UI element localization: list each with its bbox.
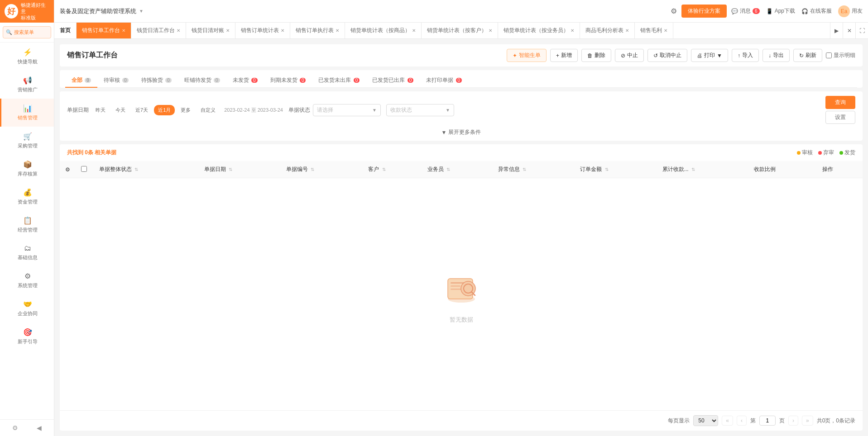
col-status-sort-icon[interactable]: ⇅ <box>134 167 138 172</box>
sidebar-item-sales[interactable]: 📊 销售管理 <box>0 99 54 127</box>
col-staff: 业务员 ⇅ <box>422 161 493 178</box>
review-action-button[interactable]: 审核 <box>797 149 813 156</box>
sidebar-item-finance[interactable]: 💰 资金管理 <box>0 183 54 211</box>
sub-tab-expired-not-shipped[interactable]: 到期未发货 0 <box>264 74 312 88</box>
col-exception-sort-icon[interactable]: ⇅ <box>523 167 526 172</box>
status-select[interactable]: 请选择 ▼ <box>313 104 381 116</box>
col-status: 单据整体状态 ⇅ <box>94 161 199 178</box>
tab-cash-reconcile[interactable]: 钱货日清对账 ✕ <box>186 23 235 39</box>
tab-close-product-margin[interactable]: ✕ <box>625 28 629 33</box>
sidebar-item-guide[interactable]: 🎯 新手引导 <box>0 322 54 351</box>
system-title: 装备及固定资产辅助管理系统 ▼ <box>60 7 666 15</box>
date-btn-1month[interactable]: 近1月 <box>154 105 175 115</box>
sub-tab-shipped-out[interactable]: 已发货已出库 0 <box>366 74 420 88</box>
last-page-button[interactable]: » <box>802 416 813 426</box>
first-page-button[interactable]: « <box>722 416 733 426</box>
tab-close-sales-profit[interactable]: ✕ <box>664 28 667 33</box>
export-button[interactable]: ↓ 导出 <box>762 49 790 62</box>
add-button[interactable]: + 新增 <box>550 49 578 62</box>
col-date-sort-icon[interactable]: ⇅ <box>229 167 232 172</box>
prev-page-button[interactable]: ‹ <box>737 416 747 426</box>
sub-tab-not-printed[interactable]: 未打印单据 0 <box>420 74 468 88</box>
tab-close-sales-stat[interactable]: ✕ <box>281 28 284 33</box>
tab-close-sales-workbench[interactable]: ✕ <box>122 28 125 33</box>
tab-scroll-right-button[interactable]: ▶ <box>830 23 843 39</box>
col-number: 单据编号 ⇅ <box>281 161 363 178</box>
show-detail-checkbox[interactable] <box>826 52 832 58</box>
ai-generate-button[interactable]: ✦ 智能生单 <box>507 49 547 62</box>
industry-solution-button[interactable]: 体验行业方案 <box>681 5 727 18</box>
tab-sales-stat-product[interactable]: 销货单统计表（按商品） ✕ <box>345 23 422 39</box>
import-button[interactable]: ↑ 导入 <box>732 49 759 62</box>
sidebar-settings-button[interactable]: ⚙ <box>12 424 18 431</box>
tab-close-sales-stat-product[interactable]: ✕ <box>412 28 416 33</box>
date-btn-7days[interactable]: 近7天 <box>131 105 152 115</box>
tab-sales-stat-customer[interactable]: 销货单统计表（按客户） ✕ <box>422 23 498 39</box>
date-btn-custom[interactable]: 自定义 <box>197 105 220 115</box>
tab-close-cash-daily[interactable]: ✕ <box>177 28 180 33</box>
sidebar-collapse-button[interactable]: ◀ <box>37 424 42 431</box>
tab-home[interactable]: 首页 <box>54 23 77 39</box>
query-button[interactable]: 查询 <box>825 96 855 109</box>
config-icon[interactable]: ⚙ <box>65 166 70 173</box>
sidebar-item-quick-nav[interactable]: ⚡ 快捷导航 <box>0 43 54 71</box>
sidebar-item-operations[interactable]: 📋 经营管理 <box>0 211 54 239</box>
sub-tab-pending-inspect[interactable]: 待拣验货 0 <box>135 74 178 88</box>
expand-conditions-button[interactable]: ▼ 展开更多条件 <box>441 127 481 136</box>
message-button[interactable]: 💬 消息 6 <box>731 7 760 15</box>
sub-tab-shipped-not-out[interactable]: 已发货未出库 0 <box>312 74 366 88</box>
import-icon: ↑ <box>738 52 740 59</box>
date-btn-yesterday[interactable]: 昨天 <box>91 105 110 115</box>
next-page-button[interactable]: › <box>788 416 798 426</box>
per-page-select[interactable]: 50 10 20 100 <box>693 415 718 426</box>
col-received-sort-icon[interactable]: ⇅ <box>691 167 695 172</box>
col-customer-sort-icon[interactable]: ⇅ <box>382 167 386 172</box>
sub-tab-not-shipped[interactable]: 未发货 0 <box>226 74 264 88</box>
cancel-review-action-button[interactable]: 弃审 <box>818 149 834 156</box>
tab-cash-daily[interactable]: 钱货日清工作台 ✕ <box>131 23 186 39</box>
col-amount-sort-icon[interactable]: ⇅ <box>605 167 609 172</box>
tab-sales-workbench[interactable]: 销售订单工作台 ✕ <box>77 23 131 39</box>
star-icon: ✦ <box>513 52 517 59</box>
tab-close-sales-exec[interactable]: ✕ <box>336 28 339 33</box>
tab-close-cash-reconcile[interactable]: ✕ <box>226 28 230 33</box>
select-all-checkbox[interactable] <box>81 166 87 172</box>
cancel-stop-button[interactable]: ↺ 取消中止 <box>647 49 687 62</box>
tab-sales-stat-staff[interactable]: 销货单统计表（按业务员） ✕ <box>498 23 580 39</box>
col-staff-sort-icon[interactable]: ⇅ <box>446 167 450 172</box>
date-btn-more[interactable]: 更多 <box>177 105 195 115</box>
app-download-button[interactable]: 📱 App下载 <box>766 7 795 15</box>
date-btn-today[interactable]: 今天 <box>111 105 129 115</box>
payment-select[interactable]: 收款状态 ▼ <box>386 104 454 116</box>
stop-button[interactable]: ⊘ 中止 <box>615 49 644 62</box>
show-detail-checkbox-label[interactable]: 显示明细 <box>826 52 855 59</box>
sub-tab-all[interactable]: 全部 0 <box>65 74 97 88</box>
sidebar-item-cooperation[interactable]: 🤝 企业协同 <box>0 294 54 322</box>
tab-fullscreen-button[interactable]: ⛶ <box>855 23 868 39</box>
tab-close-sales-stat-customer[interactable]: ✕ <box>489 28 492 33</box>
tab-close-all-button[interactable]: ✕ <box>843 23 855 39</box>
topbar-settings-icon[interactable]: ⚙ <box>671 7 677 15</box>
sub-tab-pending-review[interactable]: 待审核 0 <box>97 74 135 88</box>
online-service-button[interactable]: 🎧 在线客服 <box>801 7 832 15</box>
sub-tab-wangpu[interactable]: 旺铺待发货 0 <box>178 74 226 88</box>
tab-sales-exec[interactable]: 销售订单执行表 ✕ <box>290 23 345 39</box>
refresh-button[interactable]: ↻ 刷新 <box>793 49 822 62</box>
delete-button[interactable]: 🗑 删除 <box>581 49 611 62</box>
sidebar-item-basic-info[interactable]: 🗂 基础信息 <box>0 239 54 266</box>
search-menu-button[interactable]: 🔍 搜索菜单 <box>3 26 51 38</box>
tab-sales-stat[interactable]: 销售订单统计表 ✕ <box>235 23 290 39</box>
sidebar-item-inventory[interactable]: 📦 库存核算 <box>0 155 54 183</box>
sidebar-item-marketing[interactable]: 📢 营销推广 <box>0 71 54 99</box>
ship-action-button[interactable]: 发货 <box>839 149 855 156</box>
tab-sales-profit[interactable]: 销售毛利 ✕ <box>635 23 673 39</box>
sidebar-item-system[interactable]: ⚙ 系统管理 <box>0 266 54 294</box>
tab-product-margin[interactable]: 商品毛利分析表 ✕ <box>580 23 635 39</box>
sidebar-item-purchase[interactable]: 🛒 采购管理 <box>0 127 54 155</box>
tab-close-sales-stat-staff[interactable]: ✕ <box>571 28 574 33</box>
page-number-input[interactable] <box>759 416 776 426</box>
user-menu-button[interactable]: Ea 用友 <box>838 5 863 17</box>
print-button[interactable]: 🖨 打印 ▼ <box>691 49 728 62</box>
filter-settings-button[interactable]: 设置 <box>825 111 855 124</box>
col-number-sort-icon[interactable]: ⇅ <box>311 167 314 172</box>
